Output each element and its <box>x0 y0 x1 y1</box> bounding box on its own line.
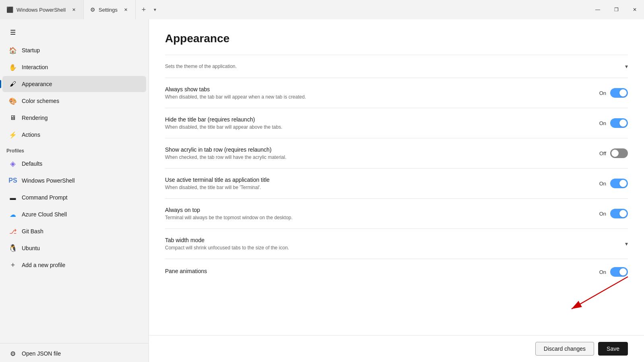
save-button[interactable]: Save <box>598 342 628 356</box>
sidebar-item-ubuntu[interactable]: 🐧 Ubuntu <box>2 240 146 256</box>
pane-animations-state: On <box>597 269 606 275</box>
pane-animations-toggle[interactable] <box>610 267 628 277</box>
use-terminal-title-row: Use active terminal title as application… <box>165 168 628 198</box>
hide-title-bar-toggle[interactable] <box>610 118 628 128</box>
tabs-area: ⬛ Windows PowerShell ✕ ⚙ Settings ✕ + ▾ <box>0 0 588 19</box>
tab-dropdown-button[interactable]: ▾ <box>150 5 160 14</box>
sidebar-item-rendering-label: Rendering <box>22 115 48 121</box>
show-acrylic-thumb <box>611 150 619 157</box>
settings-tab-close[interactable]: ✕ <box>122 6 129 13</box>
ubuntu-icon: 🐧 <box>9 244 17 252</box>
sidebar-item-open-json-label: Open JSON file <box>22 350 61 357</box>
hide-title-bar-desc: When disabled, the title bar will appear… <box>165 124 580 130</box>
sidebar-item-rendering[interactable]: 🖥 Rendering <box>2 110 146 126</box>
sidebar-item-appearance[interactable]: 🖌 Appearance <box>2 76 146 92</box>
hide-title-bar-title: Hide the title bar (requires relaunch) <box>165 116 580 123</box>
sidebar-item-command-prompt-label: Command Prompt <box>22 194 68 201</box>
sidebar-item-interaction[interactable]: ✋ Interaction <box>2 59 146 75</box>
use-terminal-title-toggle[interactable] <box>610 179 628 188</box>
sidebar-item-defaults[interactable]: ◈ Defaults <box>2 156 146 172</box>
use-terminal-title-thumb <box>619 180 627 187</box>
hide-title-bar-thumb <box>619 119 627 127</box>
theme-info: Sets the theme of the application. <box>165 64 609 69</box>
powershell-profile-icon: PS <box>9 177 17 185</box>
always-on-top-toggle[interactable] <box>610 209 628 218</box>
content-inner: Appearance Sets the theme of the applica… <box>165 32 628 285</box>
sidebar-item-startup[interactable]: 🏠 Startup <box>2 42 146 58</box>
pane-animations-control: On <box>597 267 628 277</box>
page-title: Appearance <box>165 32 628 45</box>
settings-tab-icon: ⚙ <box>90 6 95 13</box>
sidebar-item-git-bash[interactable]: ⎇ Git Bash <box>2 223 146 239</box>
powershell-tab-close[interactable]: ✕ <box>70 6 77 13</box>
use-terminal-title-desc: When disabled, the title bar will be 'Te… <box>165 185 580 190</box>
show-acrylic-state: Off <box>597 150 606 156</box>
close-button[interactable]: ✕ <box>625 0 644 19</box>
pane-animations-row: Pane animations On <box>165 259 628 285</box>
sidebar-item-windows-powershell[interactable]: PS Windows PowerShell <box>2 173 146 189</box>
sidebar-item-color-schemes[interactable]: 🎨 Color schemes <box>2 93 146 109</box>
hide-title-bar-info: Hide the title bar (requires relaunch) W… <box>165 116 580 130</box>
always-show-tabs-title: Always show tabs <box>165 86 580 93</box>
theme-control: ▾ <box>625 63 628 70</box>
show-acrylic-title: Show acrylic in tab row (requires relaun… <box>165 146 580 153</box>
window-controls: — ❐ ✕ <box>588 0 644 19</box>
settings-tab-label: Settings <box>99 7 118 13</box>
always-show-tabs-desc: When disabled, the tab bar will appear w… <box>165 94 580 100</box>
tab-width-mode-title: Tab width mode <box>165 237 609 243</box>
show-acrylic-toggle[interactable] <box>610 148 628 158</box>
maximize-button[interactable]: ❐ <box>607 0 625 19</box>
startup-icon: 🏠 <box>9 46 17 54</box>
new-tab-button[interactable]: + <box>137 3 150 16</box>
tab-width-mode-chevron-icon[interactable]: ▾ <box>625 241 628 247</box>
show-acrylic-row: Show acrylic in tab row (requires relaun… <box>165 138 628 168</box>
color-schemes-icon: 🎨 <box>9 97 17 105</box>
powershell-tab-label: Windows PowerShell <box>17 7 66 13</box>
add-profile-icon: + <box>9 261 17 269</box>
titlebar: ⬛ Windows PowerShell ✕ ⚙ Settings ✕ + ▾ … <box>0 0 644 19</box>
theme-desc: Sets the theme of the application. <box>165 64 609 69</box>
sidebar: ☰ 🏠 Startup ✋ Interaction 🖌 Appearance 🎨… <box>0 19 149 362</box>
tab-width-mode-info: Tab width mode Compact will shrink unfoc… <box>165 237 609 251</box>
sidebar-item-command-prompt[interactable]: ▬ Command Prompt <box>2 189 146 206</box>
sidebar-item-add-profile[interactable]: + Add a new profile <box>2 257 146 273</box>
tab-powershell[interactable]: ⬛ Windows PowerShell ✕ <box>0 0 84 19</box>
show-acrylic-info: Show acrylic in tab row (requires relaun… <box>165 146 580 160</box>
always-on-top-info: Always on top Terminal will always be th… <box>165 207 580 220</box>
sidebar-item-interaction-label: Interaction <box>22 64 48 70</box>
discard-changes-button[interactable]: Discard changes <box>535 342 594 356</box>
hide-title-bar-control: On <box>597 118 628 128</box>
always-on-top-desc: Terminal will always be the topmost wind… <box>165 215 580 220</box>
always-on-top-state: On <box>597 211 606 217</box>
always-show-tabs-state: On <box>597 90 606 96</box>
pane-animations-thumb <box>619 268 627 276</box>
powershell-tab-icon: ⬛ <box>6 6 13 13</box>
sidebar-item-git-bash-label: Git Bash <box>22 228 43 234</box>
sidebar-item-actions[interactable]: ⚡ Actions <box>2 127 146 143</box>
tab-width-mode-desc: Compact will shrink unfocused tabs to th… <box>165 245 609 251</box>
pane-animations-title: Pane animations <box>165 268 580 274</box>
always-on-top-row: Always on top Terminal will always be th… <box>165 198 628 228</box>
cmd-icon: ▬ <box>9 193 17 202</box>
use-terminal-title-info: Use active terminal title as application… <box>165 177 580 190</box>
json-icon: ⚙ <box>9 350 17 358</box>
appearance-icon: 🖌 <box>9 80 17 88</box>
hide-title-bar-state: On <box>597 120 606 126</box>
always-show-tabs-row: Always show tabs When disabled, the tab … <box>165 78 628 108</box>
tab-settings[interactable]: ⚙ Settings ✕ <box>84 0 136 19</box>
pane-animations-info: Pane animations <box>165 268 580 276</box>
settings-content: Appearance Sets the theme of the applica… <box>149 19 644 335</box>
annotation-arrow <box>547 273 644 321</box>
action-bar: Discard changes Save <box>149 335 644 362</box>
theme-chevron-icon[interactable]: ▾ <box>625 63 628 70</box>
hamburger-button[interactable]: ☰ <box>5 24 21 40</box>
sidebar-item-defaults-label: Defaults <box>22 160 42 167</box>
minimize-button[interactable]: — <box>588 0 607 19</box>
sidebar-item-azure-cloud-shell[interactable]: ☁ Azure Cloud Shell <box>2 206 146 222</box>
always-show-tabs-toggle[interactable] <box>610 88 628 98</box>
sidebar-item-windows-powershell-label: Windows PowerShell <box>22 177 75 184</box>
use-terminal-title-state: On <box>597 181 606 187</box>
sidebar-item-open-json[interactable]: ⚙ Open JSON file <box>2 346 146 362</box>
always-on-top-thumb <box>619 210 627 217</box>
interaction-icon: ✋ <box>9 63 17 71</box>
